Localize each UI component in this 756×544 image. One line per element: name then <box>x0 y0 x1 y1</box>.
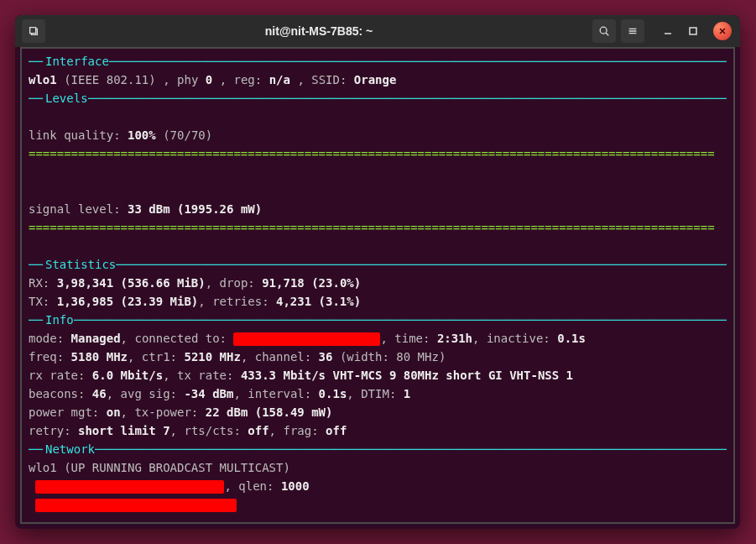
section-label: Levels <box>45 89 88 107</box>
terminal-window: nit@nit-MS-7B85: ~ ──Interface────────── <box>15 15 740 529</box>
search-icon <box>598 25 610 37</box>
retry-line: retry: short limit 7, rts/cts: off, frag… <box>29 421 727 440</box>
section-levels: ──Levels────────────────────────────────… <box>29 89 727 107</box>
network-mac-line: , qlen: 1000 <box>29 477 727 495</box>
section-interface: ──Interface─────────────────────────────… <box>29 52 727 71</box>
close-icon <box>718 27 727 35</box>
signal-level-line: signal level: 33 dBm (1995.26 mW) <box>29 200 727 218</box>
menu-button[interactable] <box>621 19 644 43</box>
new-tab-icon <box>28 25 39 37</box>
search-button[interactable] <box>592 19 616 43</box>
mode-line: mode: Managed, connected to: , time: 2:3… <box>29 329 727 348</box>
link-quality-line: link quality: 100% (70/70) <box>29 126 727 144</box>
power-line: power mgt: on, tx-power: 22 dBm (158.49 … <box>29 403 727 421</box>
titlebar: nit@nit-MS-7B85: ~ <box>15 15 740 47</box>
section-label: Network <box>45 440 95 458</box>
tx-line: TX: 1,36,985 (23.39 MiB), retries: 4,231… <box>29 292 727 311</box>
network-flags-line: wlo1 (UP RUNNING BROADCAST MULTICAST) <box>29 458 727 477</box>
terminal-frame: ──Interface─────────────────────────────… <box>15 47 740 529</box>
svg-rect-3 <box>690 28 696 34</box>
new-tab-button[interactable] <box>22 19 45 43</box>
minimize-button[interactable] <box>658 21 678 41</box>
rx-line: RX: 3,98,341 (536.66 MiB), drop: 91,718 … <box>29 274 727 292</box>
freq-line: freq: 5180 MHz, ctr1: 5210 MHz, channel:… <box>29 348 727 366</box>
maximize-icon <box>688 26 698 36</box>
redacted-mac <box>35 480 224 494</box>
rate-line: rx rate: 6.0 Mbit/s, tx rate: 433.3 Mbit… <box>29 366 727 384</box>
signal-level-bar: ========================================… <box>29 218 727 237</box>
section-label: Interface <box>45 52 109 71</box>
network-ip-line <box>29 495 727 514</box>
interface-line: wlo1 (IEEE 802.11) , phy 0 , reg: n/a , … <box>29 71 727 89</box>
maximize-button[interactable] <box>683 21 703 41</box>
minimize-icon <box>663 26 673 36</box>
svg-line-1 <box>606 33 608 35</box>
section-label: Statistics <box>45 255 116 274</box>
window-title: nit@nit-MS-7B85: ~ <box>45 24 592 38</box>
section-info: ──Info──────────────────────────────────… <box>29 311 727 329</box>
link-quality-bar: ========================================… <box>29 144 727 163</box>
redacted-bssid <box>233 332 380 346</box>
svg-point-0 <box>600 27 607 34</box>
section-statistics: ──Statistics────────────────────────────… <box>29 255 727 274</box>
section-label: Info <box>45 311 74 329</box>
hamburger-icon <box>627 25 639 37</box>
beacons-line: beacons: 46, avg sig: -34 dBm, interval:… <box>29 384 727 403</box>
section-network: ──Network───────────────────────────────… <box>29 440 727 458</box>
close-button[interactable] <box>713 22 732 40</box>
terminal-output[interactable]: ──Interface─────────────────────────────… <box>20 47 735 524</box>
redacted-ip <box>35 499 237 512</box>
